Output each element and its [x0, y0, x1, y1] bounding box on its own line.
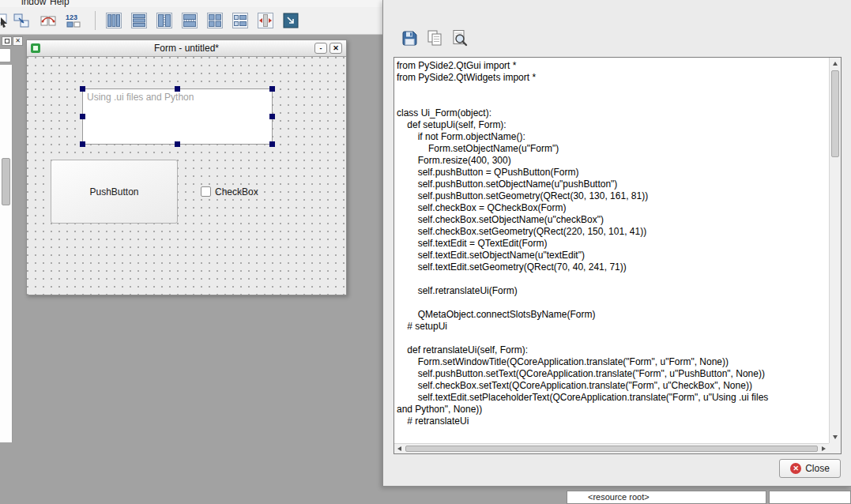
selection-handle[interactable] [80, 86, 85, 92]
minimize-button[interactable]: - [314, 43, 327, 54]
code-line: self.checkBox.setText(QCoreApplication.t… [397, 380, 830, 392]
close-circle-icon: ✕ [790, 463, 801, 474]
close-button[interactable]: ✕ [329, 43, 342, 54]
checkbox-indicator [201, 186, 211, 197]
form-canvas[interactable]: Using .ui files and Python PushButton Ch… [27, 57, 346, 295]
layout-splitter-vertical-icon[interactable] [181, 12, 198, 29]
widget-filter-input[interactable] [0, 48, 11, 62]
code-line: # setupUi [397, 321, 830, 333]
code-line: def retranslateUi(self, Form): [397, 344, 830, 356]
code-line [397, 273, 830, 285]
code-line: Form.setWindowTitle(QCoreApplication.tra… [397, 356, 830, 368]
adjust-size-icon[interactable] [282, 12, 299, 29]
code-line: Form.setObjectName(u"Form") [397, 143, 830, 155]
code-line: self.pushButton.setObjectName(u"pushButt… [397, 179, 830, 190]
textedit-widget[interactable]: Using .ui files and Python [82, 88, 273, 145]
scroll-up-icon[interactable] [833, 62, 838, 66]
checkbox-label: CheckBox [215, 186, 258, 197]
scrollbar-thumb[interactable] [405, 446, 818, 452]
pushbutton-widget[interactable]: PushButton [51, 160, 178, 224]
layout-splitter-horizontal-icon[interactable] [156, 12, 173, 29]
main-toolbar: 123 [0, 7, 382, 35]
resource-tree-fragment: <resource root> [567, 491, 766, 504]
scrollbar-thumb[interactable] [831, 70, 839, 157]
layout-vertical-icon[interactable] [130, 12, 148, 29]
selection-handle[interactable] [269, 86, 275, 92]
edit-tab-order-icon[interactable]: 123 [65, 12, 82, 29]
scroll-right-icon[interactable] [822, 446, 826, 451]
vertical-scrollbar[interactable] [829, 58, 841, 443]
form-window-title: Form - untitled* [27, 40, 346, 56]
layout-horizontal-icon[interactable] [105, 12, 122, 29]
code-line [397, 333, 830, 344]
selection-handle[interactable] [175, 141, 180, 147]
code-line: self.textEdit.setGeometry(QRect(70, 40, … [397, 261, 830, 273]
break-layout-icon[interactable] [257, 12, 274, 29]
widgetbox-scrollbar[interactable] [0, 65, 13, 442]
code-line: self.checkBox.setObjectName(u"checkBox") [397, 214, 830, 226]
menu-window[interactable]: indow [21, 0, 46, 7]
edit-signals-slots-icon[interactable] [13, 12, 30, 29]
code-line: self.textEdit.setPlaceholderText(QCoreAp… [397, 392, 830, 404]
form-titlebar[interactable]: Form - untitled* - ✕ [27, 40, 346, 57]
code-text: from PySide2.QtGui import *from PySide2.… [397, 60, 830, 442]
close-dialog-button[interactable]: ✕ Close [779, 459, 841, 478]
code-line: self.checkBox.setGeometry(QRect(220, 150… [397, 226, 830, 238]
code-view[interactable]: from PySide2.QtGui import *from PySide2.… [393, 57, 842, 454]
resource-root-item[interactable]: <resource root> [567, 491, 766, 502]
scrollbar-corner [829, 443, 841, 453]
scrollbar-thumb[interactable] [2, 158, 10, 205]
close-icon: ✕ [15, 37, 21, 44]
pushbutton-label: PushButton [89, 186, 138, 197]
textedit-placeholder: Using .ui files and Python [87, 92, 194, 103]
scroll-left-icon[interactable] [397, 446, 401, 451]
code-line: self.retranslateUi(Form) [397, 285, 830, 297]
code-line [397, 96, 830, 107]
toolbar-separator [95, 11, 96, 30]
python-code-dialog: from PySide2.QtGui import *from PySide2.… [382, 0, 851, 487]
selection-handle[interactable] [175, 86, 180, 92]
horizontal-scrollbar[interactable] [394, 443, 829, 453]
selection-handle[interactable] [269, 114, 275, 119]
menu-help[interactable]: Help [50, 0, 70, 7]
code-line: self.textEdit.setObjectName(u"textEdit") [397, 250, 830, 261]
close-button-label: Close [805, 463, 830, 474]
code-line: self.pushButton = QPushButton(Form) [397, 167, 830, 179]
qt-designer-screen: indow Help 123 [0, 0, 851, 504]
selection-handle[interactable] [269, 141, 275, 147]
layout-grid-icon[interactable] [206, 12, 224, 29]
layout-form-icon[interactable] [232, 12, 249, 29]
code-line: class Ui_Form(object): [397, 107, 830, 119]
code-line: from PySide2.QtGui import * [397, 60, 830, 72]
code-line: Form.resize(400, 300) [397, 155, 830, 167]
edit-buddies-icon[interactable] [40, 12, 57, 29]
code-line: # retranslateUi [397, 416, 830, 427]
code-line: from PySide2.QtWidgets import * [397, 72, 830, 84]
dock-float-button[interactable] [2, 36, 12, 46]
resource-list-fragment [769, 491, 851, 504]
code-line: self.textEdit = QTextEdit(Form) [397, 238, 830, 250]
float-icon [5, 39, 9, 43]
code-line: self.pushButton.setText(QCoreApplication… [397, 368, 830, 380]
menu-bar: indow Help [0, 0, 382, 7]
edit-widgets-icon[interactable] [0, 12, 10, 29]
code-line: def setupUi(self, Form): [397, 119, 830, 131]
dock-close-button[interactable]: ✕ [13, 36, 23, 46]
code-line [397, 84, 830, 96]
code-line: self.checkBox = QCheckBox(Form) [397, 202, 830, 214]
code-line: and Python", None)) [397, 404, 830, 416]
code-line: if not Form.objectName(): [397, 131, 830, 143]
copy-icon[interactable] [425, 28, 444, 47]
form-editor-window: Form - untitled* - ✕ Using .ui files and… [26, 39, 347, 295]
find-icon[interactable] [450, 28, 469, 47]
svg-text:123: 123 [66, 13, 77, 21]
code-line [397, 297, 830, 309]
code-line: self.pushButton.setGeometry(QRect(30, 13… [397, 190, 830, 202]
scroll-down-icon[interactable] [833, 435, 838, 439]
checkbox-widget[interactable]: CheckBox [201, 175, 281, 208]
save-icon[interactable] [400, 28, 419, 47]
selection-handle[interactable] [80, 141, 85, 147]
code-line: QMetaObject.connectSlotsByName(Form) [397, 309, 830, 321]
selection-handle[interactable] [80, 114, 85, 119]
